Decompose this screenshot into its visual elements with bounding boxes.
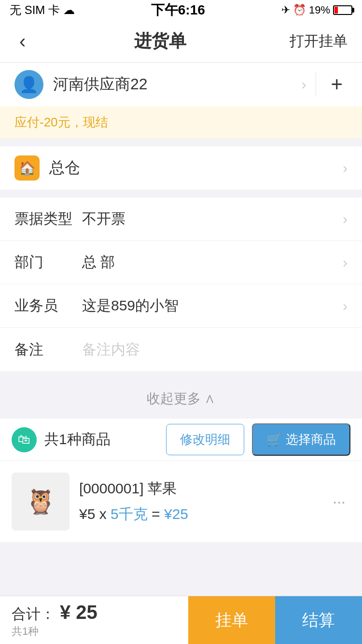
settle-button[interactable]: 结算: [275, 596, 362, 644]
equals-icon: =: [152, 506, 164, 522]
total-amount: ¥ 25: [60, 602, 97, 623]
product-code: [0000001]: [79, 480, 143, 496]
collapse-bar[interactable]: 收起更多 ∧: [0, 379, 362, 419]
product-more-button[interactable]: ···: [328, 488, 350, 516]
invoice-type-label: 票据类型: [14, 209, 82, 229]
status-right: ✈ ⏰ 19%: [281, 4, 352, 16]
open-pending-button[interactable]: 打开挂单: [290, 31, 348, 51]
department-value: 总 部: [82, 252, 343, 272]
warehouse-name: 总仓: [49, 157, 343, 179]
warehouse-section[interactable]: 🏠 总仓 ›: [0, 146, 362, 190]
hang-button[interactable]: 挂单: [188, 596, 275, 644]
bottom-spacer: [0, 542, 362, 590]
total-sub: 共1种: [12, 624, 177, 639]
total-label: 合计： ¥ 25: [12, 602, 177, 624]
invoice-type-chevron-icon: ›: [343, 211, 348, 227]
department-row[interactable]: 部门 总 部 ›: [0, 241, 362, 284]
remark-label: 备注: [14, 340, 82, 360]
form-section: 票据类型 不开票 › 部门 总 部 › 业务员 这是859的小智 › 备注 备注…: [0, 197, 362, 371]
product-total: ¥25: [164, 506, 188, 522]
select-product-label: 选择商品: [286, 431, 336, 448]
total-text: 合计：: [12, 604, 55, 624]
department-label: 部门: [14, 252, 82, 272]
bottom-bar: 合计： ¥ 25 共1种 挂单 结算: [0, 596, 362, 644]
owl-icon: 🦉: [26, 488, 56, 516]
salesman-row[interactable]: 业务员 这是859的小智 ›: [0, 284, 362, 328]
location-icon: ✈: [281, 4, 290, 16]
unit-price: ¥5: [79, 506, 95, 522]
nav-bar: ‹ 进货单 打开挂单: [0, 20, 362, 63]
total-section: 合计： ¥ 25 共1种: [0, 602, 188, 639]
add-supplier-button[interactable]: +: [326, 68, 348, 101]
content-area: 👤 河南供应商22 › + 应付-20元，现结 🏠 总仓 › 票据类型 不开票 …: [0, 63, 362, 590]
product-price: ¥5 x 5千克 = ¥25: [79, 504, 328, 524]
warehouse-row[interactable]: 🏠 总仓 ›: [0, 146, 362, 190]
select-product-button[interactable]: 🛒 选择商品: [252, 423, 350, 456]
products-count: 共1种商品: [44, 430, 166, 449]
status-time: 下午6:16: [151, 1, 205, 19]
product-info: [0000001] 苹果 ¥5 x 5千克 = ¥25: [79, 479, 328, 524]
salesman-value: 这是859的小智: [82, 296, 343, 316]
status-bar: 无 SIM 卡 ☁ 下午6:16 ✈ ⏰ 19%: [0, 0, 362, 20]
product-qty: 5千克: [111, 506, 148, 522]
remark-value: 备注内容: [82, 340, 348, 360]
product-item: 🦉 [0000001] 苹果 ¥5 x 5千克 = ¥25 ···: [0, 461, 362, 542]
product-title: 苹果: [148, 480, 177, 496]
battery-label: 19%: [309, 4, 330, 16]
supplier-row[interactable]: 👤 河南供应商22 › +: [0, 63, 362, 106]
warehouse-chevron-icon: ›: [343, 160, 348, 176]
products-header: 🛍 共1种商品 修改明细 🛒 选择商品: [0, 419, 362, 461]
products-section: 🛍 共1种商品 修改明细 🛒 选择商品 🦉 [0000001] 苹果 ¥5: [0, 419, 362, 542]
sim-wifi-label: 无 SIM 卡 ☁: [10, 2, 75, 18]
supplier-section: 👤 河南供应商22 › + 应付-20元，现结: [0, 63, 362, 139]
multiply-icon: x: [99, 506, 111, 522]
vertical-divider: [316, 72, 316, 97]
back-button[interactable]: ‹: [14, 26, 30, 57]
supplier-notice: 应付-20元，现结: [0, 106, 362, 139]
product-name: [0000001] 苹果: [79, 479, 328, 499]
battery-icon: [333, 5, 352, 15]
supplier-name: 河南供应商22: [53, 74, 301, 95]
cart-icon: 🛒: [266, 432, 282, 447]
shopping-bag-icon: 🛍: [18, 432, 30, 447]
warehouse-icon: 🏠: [14, 155, 40, 181]
remark-row[interactable]: 备注 备注内容: [0, 328, 362, 371]
supplier-chevron-icon: ›: [301, 76, 306, 93]
product-thumbnail: 🦉: [12, 473, 70, 531]
salesman-label: 业务员: [14, 296, 82, 316]
page-title: 进货单: [134, 29, 186, 53]
person-icon: 👤: [19, 75, 39, 94]
supplier-left: 👤 河南供应商22: [14, 70, 301, 99]
edit-detail-button[interactable]: 修改明细: [166, 424, 244, 455]
products-icon: 🛍: [12, 427, 37, 452]
invoice-type-value: 不开票: [82, 209, 343, 229]
salesman-chevron-icon: ›: [343, 298, 348, 314]
status-left: 无 SIM 卡 ☁: [10, 2, 75, 18]
alarm-icon: ⏰: [293, 4, 306, 16]
department-chevron-icon: ›: [343, 254, 348, 271]
invoice-type-row[interactable]: 票据类型 不开票 ›: [0, 197, 362, 241]
supplier-avatar: 👤: [14, 70, 43, 99]
home-icon: 🏠: [19, 160, 36, 176]
